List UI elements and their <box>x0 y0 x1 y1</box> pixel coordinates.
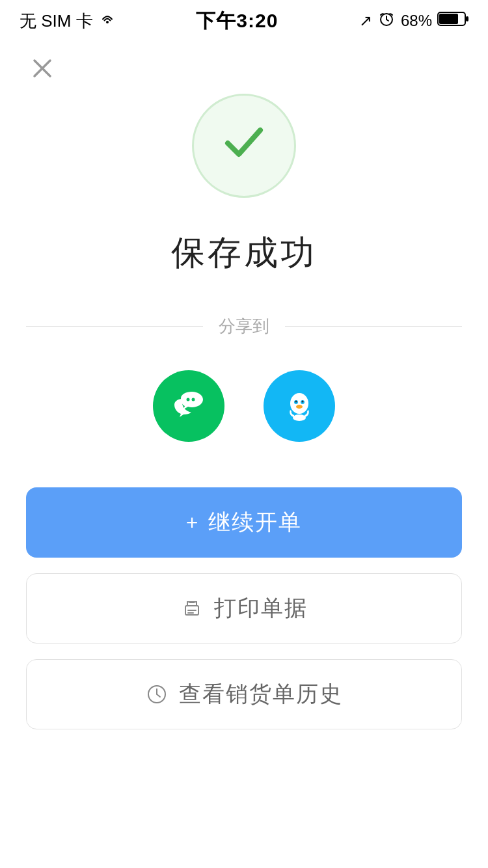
svg-rect-19 <box>187 612 194 614</box>
success-title: 保存成功 <box>171 230 317 276</box>
share-icons-container <box>153 370 335 442</box>
status-left: 无 SIM 卡 <box>20 10 115 33</box>
checkmark-icon <box>218 116 270 176</box>
wechat-share-button[interactable] <box>153 370 224 442</box>
print-receipt-button[interactable]: 打印单据 <box>26 573 462 644</box>
share-divider: 分享到 <box>0 315 488 338</box>
action-buttons-container: + 继续开单 打印单据 <box>0 487 488 729</box>
continue-order-button[interactable]: + 继续开单 <box>26 487 462 558</box>
success-icon-circle <box>192 94 296 198</box>
printer-icon <box>180 597 204 620</box>
qq-share-button[interactable] <box>264 370 335 442</box>
svg-point-10 <box>290 393 308 414</box>
main-content: 保存成功 分享到 <box>0 42 488 729</box>
battery-icon <box>437 10 468 31</box>
svg-point-15 <box>296 405 303 409</box>
status-bar: 无 SIM 卡 下午3:20 ↗ 68% <box>0 0 488 42</box>
continue-order-label: 继续开单 <box>208 508 302 537</box>
divider-line-left <box>26 326 203 327</box>
print-receipt-label: 打印单据 <box>214 593 308 623</box>
location-icon: ↗ <box>359 12 372 30</box>
svg-point-16 <box>293 414 306 421</box>
battery-percent: 68% <box>401 12 432 30</box>
svg-rect-20 <box>189 602 195 603</box>
svg-point-13 <box>295 401 297 403</box>
view-history-button[interactable]: 查看销货单历史 <box>26 659 462 729</box>
svg-rect-18 <box>187 610 197 611</box>
status-time: 下午3:20 <box>196 8 278 34</box>
carrier-text: 无 SIM 卡 <box>20 10 93 33</box>
divider-text: 分享到 <box>203 315 285 338</box>
svg-rect-4 <box>439 14 458 24</box>
svg-rect-3 <box>466 16 468 21</box>
svg-point-8 <box>187 398 190 401</box>
status-right: ↗ 68% <box>359 10 468 32</box>
close-button[interactable] <box>26 52 59 85</box>
sim-icon <box>100 11 115 31</box>
alarm-icon <box>377 10 396 32</box>
plus-icon: + <box>186 511 198 535</box>
clock-icon <box>145 683 169 706</box>
divider-line-right <box>285 326 462 327</box>
svg-point-0 <box>106 21 109 23</box>
svg-point-9 <box>192 398 195 401</box>
view-history-label: 查看销货单历史 <box>179 679 343 709</box>
svg-point-14 <box>302 401 304 403</box>
